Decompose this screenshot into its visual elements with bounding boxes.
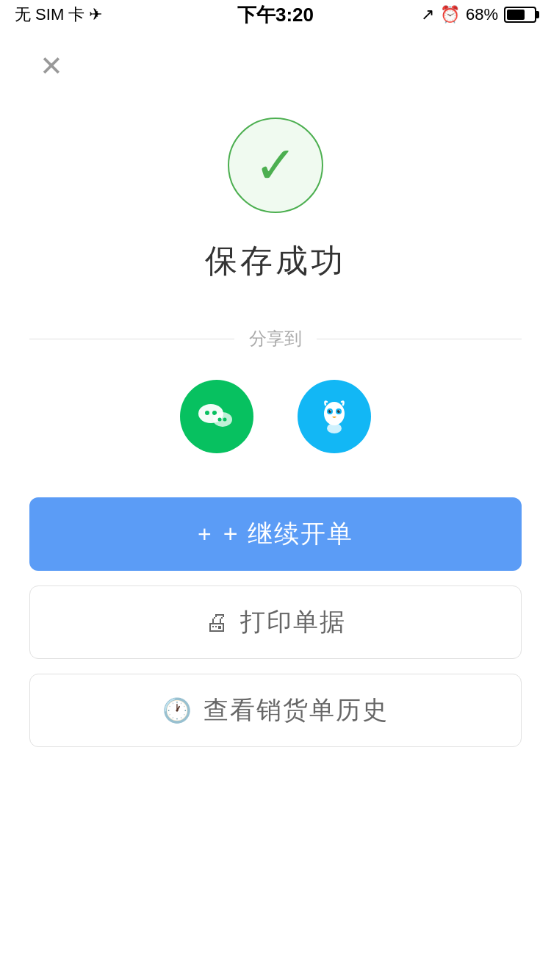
svg-point-3 <box>213 412 232 427</box>
share-icons <box>180 380 371 453</box>
status-time: 下午3:20 <box>237 2 314 28</box>
share-divider-line-left <box>29 339 234 339</box>
success-title: 保存成功 <box>205 239 346 283</box>
qq-icon <box>312 394 356 439</box>
continue-button[interactable]: + + 继续开单 <box>29 497 522 571</box>
checkmark-icon: ✓ <box>254 140 298 191</box>
share-section: 分享到 <box>29 327 522 453</box>
print-icon: 🖨 <box>205 609 230 636</box>
svg-point-12 <box>339 410 340 411</box>
print-button[interactable]: 🖨 打印单据 <box>29 586 522 659</box>
wechat-icon <box>195 394 239 439</box>
status-bar: 无 SIM 卡 ✈ 下午3:20 ↗ ⏰ 68% <box>0 0 551 29</box>
history-label: 查看销货单历史 <box>204 693 389 727</box>
history-button[interactable]: 🕐 查看销货单历史 <box>29 674 522 747</box>
wechat-share-button[interactable] <box>180 380 253 453</box>
print-label: 打印单据 <box>240 605 346 639</box>
share-divider-line-right <box>317 339 522 339</box>
svg-point-13 <box>327 423 342 433</box>
alarm-icon: ⏰ <box>440 5 460 24</box>
battery-percent: 68% <box>466 5 498 24</box>
svg-point-11 <box>330 410 331 411</box>
buttons-section: + + 继续开单 🖨 打印单据 🕐 查看销货单历史 <box>29 497 522 747</box>
success-section: ✓ 保存成功 <box>29 118 522 283</box>
share-label: 分享到 <box>249 327 302 350</box>
sim-status: 无 SIM 卡 ✈ <box>15 4 102 26</box>
clock-icon: 🕐 <box>162 696 193 724</box>
svg-point-5 <box>223 418 227 422</box>
battery-fill <box>507 10 525 20</box>
plus-icon: + <box>198 521 213 548</box>
battery-icon <box>504 7 536 23</box>
close-button[interactable]: ✕ <box>29 44 73 88</box>
share-divider: 分享到 <box>29 327 522 350</box>
svg-point-6 <box>324 402 345 425</box>
main-content: ✕ ✓ 保存成功 分享到 <box>0 29 551 980</box>
status-left: 无 SIM 卡 ✈ <box>15 4 102 26</box>
continue-label: + 继续开单 <box>223 517 353 551</box>
location-icon: ↗ <box>421 5 434 24</box>
qq-share-button[interactable] <box>298 380 371 453</box>
close-icon: ✕ <box>40 52 63 80</box>
svg-point-1 <box>205 411 209 415</box>
status-right: ↗ ⏰ 68% <box>421 5 536 24</box>
svg-point-4 <box>218 418 222 422</box>
success-circle: ✓ <box>228 118 323 213</box>
